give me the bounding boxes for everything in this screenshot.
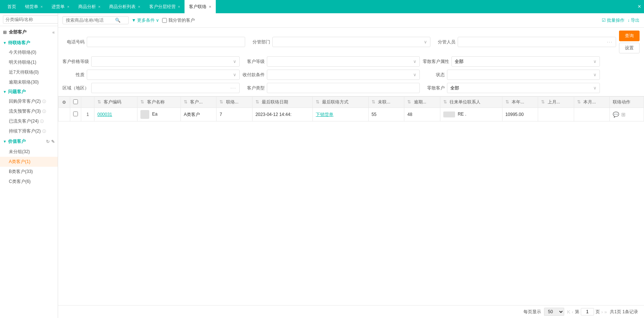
col-name[interactable]: ⇅ 客户名称 xyxy=(137,97,180,108)
col-contact[interactable]: ⇅ 联络... xyxy=(217,97,253,108)
sidebar-value-customers[interactable]: ▼ 价值客户 ↻ ✎ xyxy=(0,136,58,147)
col-last-method[interactable]: ⇅ 最后联络方式 xyxy=(313,97,369,108)
row-check xyxy=(70,108,81,121)
filter-row-2: 客户价格等级 ∨ 客户等级 ∨ 零散客户属性 全部 xyxy=(62,56,640,67)
chevron-down-icon: ∨ xyxy=(156,18,159,23)
col-code[interactable]: ⇅ 客户编码 xyxy=(94,97,137,108)
chat-icon[interactable]: 💬 xyxy=(613,112,619,117)
filter-status: 状态 ∨ xyxy=(423,70,600,80)
row-this-month xyxy=(574,108,610,121)
filter-manager-input[interactable]: ··· xyxy=(458,37,616,47)
sidebar-item-declining[interactable]: 持续下滑客户(2) ⓘ xyxy=(0,126,58,136)
first-page-btn[interactable]: K xyxy=(567,309,570,315)
col-check xyxy=(70,97,81,108)
query-button[interactable]: 查询 xyxy=(619,31,640,41)
row-checkbox[interactable] xyxy=(73,112,78,116)
setting-button[interactable]: 设置 xyxy=(619,43,640,53)
row-unit-contact: RE . xyxy=(440,108,502,121)
sidebar-item-tomorrow[interactable]: 明天待联络(1) xyxy=(0,57,58,67)
sidebar-item-unclassified[interactable]: 未分组(32) xyxy=(0,147,58,157)
row-last-method[interactable]: 下销货单 xyxy=(313,108,369,121)
filter-retail-customer-select[interactable]: 全部 ∨ xyxy=(447,83,600,93)
col-overdue[interactable]: ⇅ 逾期... xyxy=(404,97,440,108)
row-level: A类客户 xyxy=(180,108,217,121)
tab-purchase[interactable]: 进货单 × xyxy=(47,0,74,13)
sidebar-pending-contact[interactable]: ▼ 待联络客户 xyxy=(0,38,58,47)
sidebar-search-input[interactable] xyxy=(3,15,58,24)
close-purchase-tab[interactable]: × xyxy=(67,4,69,9)
filter-customer-type-label: 客户类型 xyxy=(243,85,265,91)
filter-mine-label[interactable]: 我分管的客户 xyxy=(162,17,195,24)
filter-customer-type-select[interactable] xyxy=(267,83,420,93)
sidebar-all-customers[interactable]: ⊞ 全部客户 « xyxy=(0,26,58,38)
filter-search-input[interactable] xyxy=(66,18,114,23)
filter-more-btn[interactable]: ▼ 更多条件 ∨ xyxy=(132,17,159,24)
tab-customer-tier[interactable]: 客户分层经营 × xyxy=(145,0,185,13)
col-no-contact[interactable]: ⇅ 未联... xyxy=(368,97,404,108)
page-input[interactable] xyxy=(581,308,594,315)
filter-dept-select[interactable]: ∨ xyxy=(272,37,431,47)
sidebar-item-repurchase-abnormal[interactable]: 回购异常客户(2) ⓘ xyxy=(0,96,58,106)
filter-customer-level: 客户等级 ∨ xyxy=(243,56,420,67)
edit-icon[interactable]: ✎ xyxy=(51,139,55,144)
prev-page-btn[interactable]: ‹ xyxy=(572,309,573,315)
close-goods-list-tab[interactable]: × xyxy=(138,4,140,9)
close-customer-contact-tab[interactable]: × xyxy=(209,4,211,9)
refresh-icon[interactable]: ↻ xyxy=(46,139,50,144)
filter-customer-level-select[interactable]: ∨ xyxy=(267,56,420,67)
filter-price-select[interactable]: ∨ xyxy=(91,56,240,67)
chevron-down-icon-2: ∨ xyxy=(233,59,236,64)
col-seq xyxy=(81,97,94,108)
filter-status-select[interactable]: ∨ xyxy=(447,70,600,80)
sidebar-item-overdue[interactable]: 逾期未联络(30) xyxy=(0,77,58,87)
col-last-month[interactable]: ⇅ 上月... xyxy=(538,97,574,108)
filter-nature-label: 性质 xyxy=(62,72,85,78)
export-btn[interactable]: ↓ 导出 xyxy=(627,17,640,24)
close-all-tabs[interactable]: × xyxy=(638,3,641,10)
filter-mine-checkbox[interactable] xyxy=(162,18,167,23)
col-gear[interactable]: ⚙ xyxy=(58,97,70,108)
tab-goods-analysis[interactable]: 商品分析 × xyxy=(74,0,105,13)
row-name[interactable]: Ea xyxy=(137,108,180,121)
col-unit-contact[interactable]: ⇅ 往来单位联系人 xyxy=(440,97,502,108)
sidebar-item-b-class[interactable]: B类客户(33) xyxy=(0,167,58,177)
sidebar-item-7days[interactable]: 近7天待联络(0) xyxy=(0,67,58,77)
filter-retail-attr-select[interactable]: 全部 ∨ xyxy=(451,56,600,67)
row-code[interactable]: 000031 xyxy=(94,108,137,121)
close-goods-analysis-tab[interactable]: × xyxy=(98,4,100,9)
filter-phone-input[interactable] xyxy=(87,37,245,47)
col-this-month[interactable]: ⇅ 本月... xyxy=(574,97,610,108)
batch-ops-btn[interactable]: ☑ 批量操作 xyxy=(602,17,625,24)
sidebar-item-c-class[interactable]: C类客户(6) xyxy=(0,177,58,187)
page-end-label: 页 xyxy=(595,309,600,315)
tab-goods-list[interactable]: 商品分析列表 × xyxy=(105,0,144,13)
col-level[interactable]: ⇅ 客户... xyxy=(180,97,217,108)
filter-nature-select[interactable]: ∨ xyxy=(87,70,240,80)
close-customer-tier-tab[interactable]: × xyxy=(178,4,180,9)
tab-home[interactable]: 首页 xyxy=(3,0,21,13)
page-label: 第 xyxy=(575,309,579,315)
collapse-icon[interactable]: « xyxy=(52,30,55,35)
tab-sales[interactable]: 销货单 × xyxy=(21,0,47,13)
filter-region: 区域（地区） ··· xyxy=(62,83,240,93)
sidebar-problem-customers[interactable]: ▼ 问题客户 xyxy=(0,87,58,96)
qr-icon[interactable]: ⊞ xyxy=(621,112,626,117)
sidebar-search-area: 🔍 xyxy=(0,13,58,26)
sidebar-item-a-class[interactable]: A类客户(1) xyxy=(0,157,58,167)
tab-customer-contact[interactable]: 客户联络 × xyxy=(185,0,215,13)
page-size-select[interactable]: 50 100 200 xyxy=(544,308,564,316)
chevron-down-icon-8: ∨ xyxy=(593,85,597,91)
filter-customer-type: 客户类型 xyxy=(243,83,420,93)
col-this-year[interactable]: ⇅ 本年... xyxy=(502,97,538,108)
select-all-checkbox[interactable] xyxy=(73,99,78,104)
sidebar-item-churned[interactable]: 已流失客户(24) ⓘ xyxy=(0,116,58,126)
filter-search-icon[interactable]: 🔍 xyxy=(115,18,121,23)
close-sales-tab[interactable]: × xyxy=(40,4,43,9)
filter-region-input[interactable]: ··· xyxy=(91,83,240,93)
filter-payment-select[interactable]: ∨ xyxy=(267,70,420,80)
last-page-btn[interactable]: » xyxy=(604,309,607,315)
col-last-date[interactable]: ⇅ 最后联络日期 xyxy=(252,97,312,108)
sidebar-item-churn-warning[interactable]: 流失预警客户(3) ⓘ xyxy=(0,106,58,116)
next-page-btn[interactable]: › xyxy=(601,309,603,315)
sidebar-item-today[interactable]: 今天待联络(0) xyxy=(0,47,58,57)
